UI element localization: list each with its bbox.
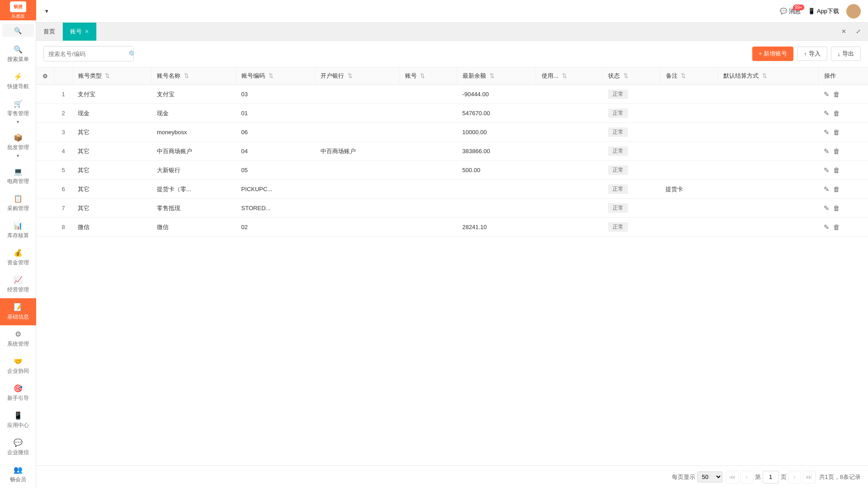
col-status[interactable]: 状态 ⇅ [603, 67, 660, 85]
row-num-1: 2 [54, 104, 72, 123]
row-usage-5 [536, 180, 603, 199]
search-button[interactable]: 🔍 [129, 47, 134, 61]
col-usage[interactable]: 使用... ⇅ [536, 67, 603, 85]
nav-arrow-2: ▾ [17, 119, 19, 124]
nav-icon-13: 📱 [14, 411, 23, 420]
edit-button-1[interactable]: ✎ [824, 109, 830, 117]
company-dropdown[interactable]: ▾ [43, 8, 48, 14]
tab-home[interactable]: 首页 [36, 23, 63, 41]
delete-button-6[interactable]: 🗑 [833, 204, 840, 212]
export-button[interactable]: ↓ 导出 [831, 47, 861, 61]
delete-button-7[interactable]: 🗑 [833, 223, 840, 231]
add-account-button[interactable]: + 新增账号 [752, 47, 793, 61]
row-code-7: 02 [236, 218, 315, 237]
row-usage-6 [536, 199, 603, 218]
row-bank-6 [315, 199, 400, 218]
next-page-button[interactable]: › [788, 471, 801, 483]
sidebar-item-15[interactable]: 👥 畅会员 [0, 461, 36, 488]
import-icon: ↑ [804, 51, 807, 57]
app-icon: 📱 [808, 8, 815, 14]
top-header: ▾ 💬 消息 99+ 📱 App下载 [36, 0, 868, 23]
table-header-row: ⚙ 账号类型 ⇅ 账号名称 ⇅ 账号编码 ⇅ 开户银行 ⇅ 账号 ⇅ 最新余额 … [36, 67, 868, 85]
row-usage-0 [536, 85, 603, 104]
delete-button-4[interactable]: 🗑 [833, 166, 840, 174]
nav-label-1: 快捷导航 [7, 83, 29, 90]
page-size-select[interactable]: 50 100 200 [697, 471, 722, 483]
sidebar-item-9[interactable]: 📝 基础信息 [0, 298, 36, 325]
tab-account[interactable]: 账号 ✕ [63, 23, 97, 41]
tab-expand-button[interactable]: ⤢ [852, 25, 864, 38]
import-button[interactable]: ↑ 导入 [797, 47, 827, 61]
edit-button-2[interactable]: ✎ [824, 128, 830, 136]
row-action-2: ✎ 🗑 [818, 123, 868, 142]
first-page-button[interactable]: ⏮ [726, 471, 739, 483]
col-name[interactable]: 账号名称 ⇅ [151, 67, 236, 85]
tab-close-all-button[interactable]: ✕ [837, 25, 850, 38]
edit-button-4[interactable]: ✎ [824, 166, 830, 174]
edit-button-0[interactable]: ✎ [824, 90, 830, 99]
user-avatar[interactable] [846, 4, 861, 19]
row-account-0 [399, 85, 457, 104]
edit-button-3[interactable]: ✎ [824, 147, 830, 155]
nav-icon-1: ⚡ [14, 72, 23, 81]
sidebar-item-7[interactable]: 💰 资金管理 [0, 244, 36, 271]
row-status-4: 正常 [603, 161, 660, 180]
col-remark[interactable]: 备注 ⇅ [660, 67, 717, 85]
tab-close-icon[interactable]: ✕ [85, 28, 89, 35]
sidebar-item-2[interactable]: 🛒 零售管理 ▾ [0, 95, 36, 129]
row-default-settle-4 [718, 161, 819, 180]
row-type-5: 其它 [72, 180, 151, 199]
edit-button-5[interactable]: ✎ [824, 185, 830, 193]
app-download-button[interactable]: 📱 App下载 [808, 7, 839, 15]
delete-button-2[interactable]: 🗑 [833, 128, 840, 136]
col-code[interactable]: 账号编码 ⇅ [236, 67, 315, 85]
sidebar-item-0[interactable]: 🔍 搜索菜单 [0, 41, 36, 68]
row-default-settle-5 [718, 180, 819, 199]
nav-icon-11: 🤝 [14, 357, 23, 366]
sidebar-item-13[interactable]: 📱 应用中心 [0, 407, 36, 434]
col-default-settle[interactable]: 默认结算方式 ⇅ [718, 67, 819, 85]
col-type[interactable]: 账号类型 ⇅ [72, 67, 151, 85]
delete-button-5[interactable]: 🗑 [833, 185, 840, 193]
sidebar-item-8[interactable]: 📈 经营管理 [0, 271, 36, 298]
edit-button-7[interactable]: ✎ [824, 223, 830, 231]
row-name-3: 中百商场账户 [151, 142, 236, 161]
nav-icon-14: 💬 [14, 438, 23, 447]
page-number-input[interactable] [763, 471, 779, 483]
sidebar-item-10[interactable]: ⚙ 系统管理 [0, 325, 36, 352]
col-account[interactable]: 账号 ⇅ [399, 67, 457, 85]
sidebar-search[interactable]: 🔍 [2, 24, 34, 37]
col-bank[interactable]: 开户银行 ⇅ [315, 67, 400, 85]
row-type-3: 其它 [72, 142, 151, 161]
row-usage-1 [536, 104, 603, 123]
row-name-0: 支付宝 [151, 85, 236, 104]
nav-icon-12: 🎯 [14, 384, 23, 393]
delete-button-1[interactable]: 🗑 [833, 109, 840, 117]
header-left: ▾ [43, 8, 48, 14]
sidebar-item-14[interactable]: 💬 企业微信 [0, 434, 36, 461]
col-balance[interactable]: 最新余额 ⇅ [457, 67, 536, 85]
sidebar-item-11[interactable]: 🤝 企业协同 [0, 352, 36, 380]
row-balance-2: 10000.00 [457, 123, 536, 142]
sidebar-item-6[interactable]: 📊 库存核算 [0, 217, 36, 244]
edit-button-6[interactable]: ✎ [824, 204, 830, 212]
row-remark-2 [660, 123, 717, 142]
search-input[interactable] [44, 48, 129, 60]
row-code-0: 03 [236, 85, 315, 104]
sidebar-item-1[interactable]: ⚡ 快捷导航 [0, 68, 36, 95]
delete-button-0[interactable]: 🗑 [833, 90, 840, 99]
sidebar-item-5[interactable]: 📋 采购管理 [0, 190, 36, 217]
nav-icon-8: 📈 [14, 276, 23, 284]
row-remark-1 [660, 104, 717, 123]
prev-page-button[interactable]: ‹ [741, 471, 753, 483]
delete-button-3[interactable]: 🗑 [833, 147, 840, 155]
row-default-settle-0 [718, 85, 819, 104]
row-num-2: 3 [54, 123, 72, 142]
sidebar-item-4[interactable]: 💻 电商管理 [0, 163, 36, 190]
sidebar-item-3[interactable]: 📦 批发管理 ▾ [0, 129, 36, 163]
sidebar-item-12[interactable]: 🎯 新手引导 [0, 380, 36, 407]
message-button[interactable]: 💬 消息 99+ [780, 7, 801, 15]
page-size-label: 每页显示 [672, 473, 695, 481]
row-name-6: 零售抵现 [151, 199, 236, 218]
last-page-button[interactable]: ⏭ [803, 471, 816, 483]
